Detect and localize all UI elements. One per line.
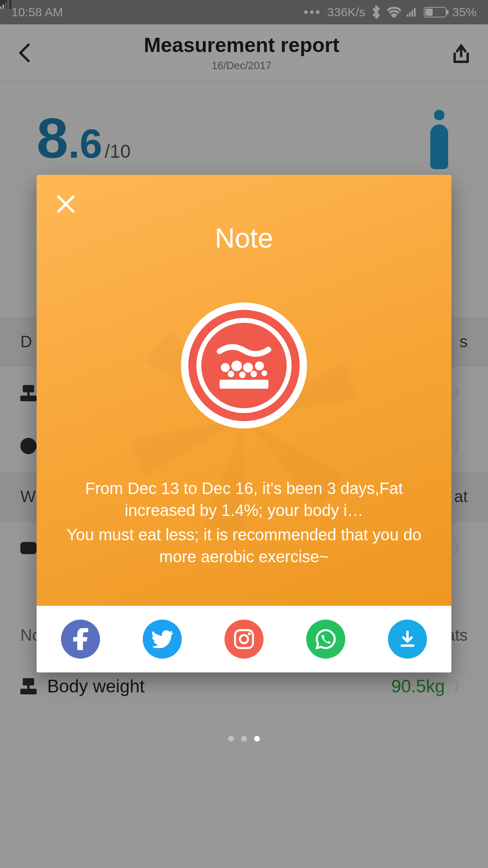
- fat-badge-icon: [181, 302, 307, 429]
- svg-point-8: [239, 372, 246, 378]
- instagram-share-button[interactable]: [224, 620, 264, 659]
- svg-point-10: [261, 370, 267, 376]
- svg-point-3: [221, 363, 230, 372]
- share-bar: [37, 606, 451, 672]
- close-icon[interactable]: [54, 192, 78, 216]
- modal-title: Note: [54, 222, 434, 254]
- note-modal: Note From Dec 13 to Dec 16, it's been 3 …: [37, 175, 451, 672]
- download-button[interactable]: [388, 620, 427, 659]
- facebook-share-button[interactable]: [61, 620, 100, 659]
- page-dot: [228, 736, 234, 742]
- twitter-share-button[interactable]: [143, 620, 182, 659]
- svg-point-7: [228, 371, 234, 377]
- whatsapp-share-button[interactable]: [306, 620, 345, 659]
- svg-point-4: [231, 361, 242, 371]
- page-dot-active: [254, 736, 260, 742]
- svg-point-5: [243, 363, 253, 372]
- svg-point-12: [240, 635, 248, 643]
- page-dot: [241, 736, 247, 742]
- svg-point-6: [255, 361, 264, 370]
- svg-point-13: [248, 633, 251, 635]
- svg-rect-2: [220, 380, 268, 389]
- svg-point-9: [251, 371, 257, 377]
- page-indicator: [0, 736, 488, 742]
